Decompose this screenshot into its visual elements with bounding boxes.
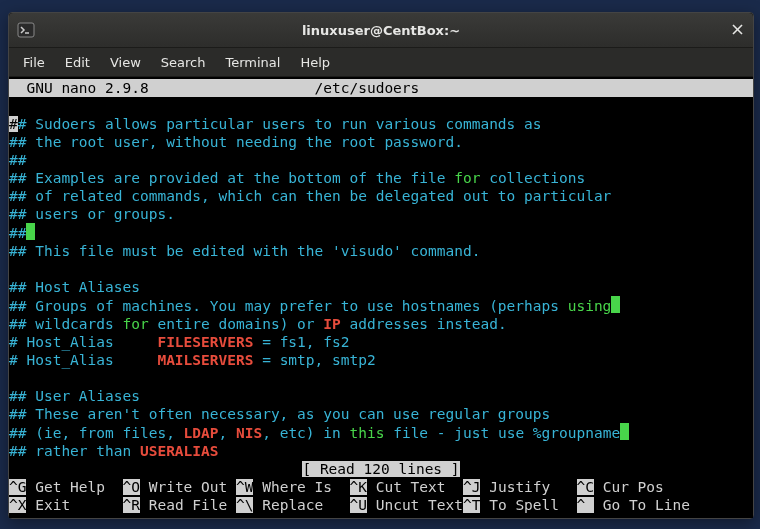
shortcut-key: ^_ <box>577 497 594 513</box>
editor-line: ## Sudoers allows particular users to ru… <box>9 115 753 133</box>
editor-line <box>9 260 753 278</box>
editor-body: ## Sudoers allows particular users to ru… <box>9 115 753 460</box>
svg-rect-0 <box>18 23 34 37</box>
shortcut-label: Write Out <box>140 479 236 495</box>
editor-line: ## <box>9 151 753 169</box>
status-row: [ Read 120 lines ] <box>9 460 753 478</box>
terminal-content[interactable]: GNU nano 2.9.8 /etc/sudoers ## Sudoers a… <box>9 77 753 518</box>
editor-line <box>9 369 753 387</box>
shortcut-label: Cur Pos <box>594 479 690 495</box>
shortcut-label: Where Is <box>253 479 349 495</box>
shortcut-key: ^R <box>123 497 140 513</box>
shortcuts-help: ^G Get Help ^O Write Out ^W Where Is ^K … <box>9 478 753 514</box>
shortcut-key: ^U <box>350 497 367 513</box>
editor-line: ## users or groups. <box>9 205 753 223</box>
menu-search[interactable]: Search <box>151 51 216 74</box>
menubar: File Edit View Search Terminal Help <box>9 48 753 77</box>
shortcut-key: ^O <box>123 479 140 495</box>
editor-line: ## These aren't often necessary, as you … <box>9 405 753 423</box>
shortcut-key: ^C <box>577 479 594 495</box>
editor-line: ## Host Aliases <box>9 278 753 296</box>
shortcut-label: To Spell <box>480 497 576 513</box>
editor-line: ## (ie, from files, LDAP, NIS, etc) in t… <box>9 423 753 442</box>
close-button[interactable] <box>725 17 749 41</box>
shortcut-key: ^W <box>236 479 253 495</box>
shortcut-row: ^G Get Help ^O Write Out ^W Where Is ^K … <box>9 478 753 496</box>
shortcut-label: Replace <box>253 497 349 513</box>
status-message: [ Read 120 lines ] <box>302 461 459 477</box>
editor-line: ## <box>9 223 753 242</box>
shortcut-key: ^\ <box>236 497 253 513</box>
editor-line: ## wildcards for entire domains) or IP a… <box>9 315 753 333</box>
titlebar: linuxuser@CentBox:~ <box>9 13 753 48</box>
shortcut-key: ^J <box>463 479 480 495</box>
editor-line: ## Groups of machines. You may prefer to… <box>9 296 753 315</box>
shortcut-label: Cut Text <box>367 479 463 495</box>
shortcut-label: Exit <box>26 497 122 513</box>
shortcut-key: ^G <box>9 479 26 495</box>
editor-line: ## Examples are provided at the bottom o… <box>9 169 753 187</box>
shortcut-row: ^X Exit ^R Read File ^\ Replace ^U Uncut… <box>9 496 753 514</box>
shortcut-key: ^X <box>9 497 26 513</box>
editor-line: ## of related commands, which can then b… <box>9 187 753 205</box>
shortcut-label: Uncut Text <box>367 497 463 513</box>
shortcut-label: Go To Line <box>594 497 690 513</box>
editor-line: ## rather than USERALIAS <box>9 442 753 460</box>
shortcut-key: ^K <box>350 479 367 495</box>
shortcut-label: Get Help <box>26 479 122 495</box>
terminal-icon <box>17 21 35 39</box>
menu-terminal[interactable]: Terminal <box>215 51 290 74</box>
editor-line: ## This file must be edited with the 'vi… <box>9 242 753 260</box>
editor-line: ## User Aliases <box>9 387 753 405</box>
editor-line: ## the root user, without needing the ro… <box>9 133 753 151</box>
terminal-window: linuxuser@CentBox:~ File Edit View Searc… <box>8 12 754 519</box>
nano-header: GNU nano 2.9.8 /etc/sudoers <box>9 79 753 97</box>
menu-edit[interactable]: Edit <box>55 51 100 74</box>
close-icon <box>732 24 743 35</box>
menu-view[interactable]: View <box>100 51 151 74</box>
shortcut-label: Justify <box>480 479 576 495</box>
window-title: linuxuser@CentBox:~ <box>302 23 460 38</box>
shortcut-key: ^T <box>463 497 480 513</box>
menu-help[interactable]: Help <box>290 51 340 74</box>
menu-file[interactable]: File <box>13 51 55 74</box>
shortcut-label: Read File <box>140 497 236 513</box>
editor-line: # Host_Alias FILESERVERS = fs1, fs2 <box>9 333 753 351</box>
editor-line: # Host_Alias MAILSERVERS = smtp, smtp2 <box>9 351 753 369</box>
